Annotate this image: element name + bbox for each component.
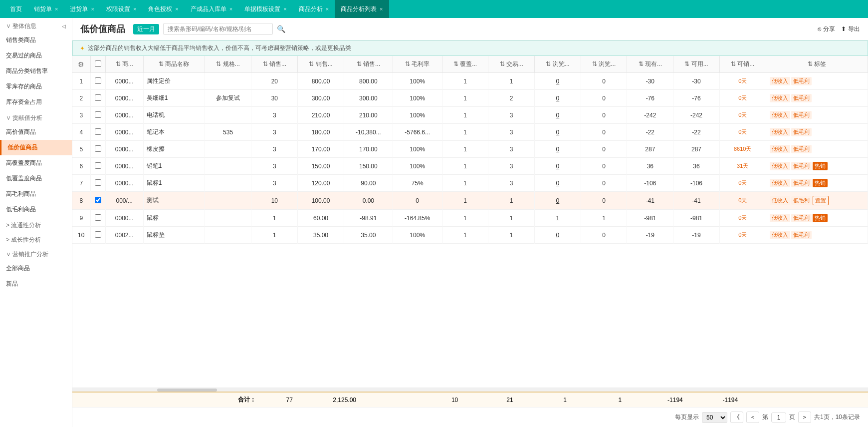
row-checkbox[interactable] [95, 197, 101, 203]
view1-link[interactable]: 0 [556, 146, 560, 153]
nav-close-icon[interactable]: × [55, 6, 58, 12]
col-coverage[interactable]: ⇅ 覆盖... [442, 56, 488, 73]
sidebar-item-high-margin[interactable]: 高毛利商品 [0, 186, 72, 202]
view1-cell[interactable]: 0 [535, 141, 581, 158]
nav-doc-template[interactable]: 单据模板设置 × [238, 0, 292, 18]
view1-cell[interactable]: 0 [535, 227, 581, 244]
col-id[interactable]: ⇅ 商... [105, 56, 143, 73]
nav-home[interactable]: 首页 [4, 0, 28, 18]
view1-link[interactable]: 1 [556, 215, 560, 222]
row-checkbox-cell[interactable] [90, 227, 105, 244]
col-sale-qty[interactable]: ⇅ 销售... [251, 56, 298, 73]
row-checkbox-cell[interactable] [90, 175, 105, 192]
col-sellable[interactable]: ⇅ 可销... [719, 56, 766, 73]
row-checkbox-cell[interactable] [90, 107, 105, 124]
row-checkbox[interactable] [95, 128, 101, 135]
view1-link[interactable]: 0 [556, 197, 560, 204]
view1-link[interactable]: 0 [556, 129, 560, 136]
page-size-select[interactable]: 50 100 [702, 412, 727, 423]
row-checkbox-cell[interactable] [90, 192, 105, 210]
sidebar-item-low-value[interactable]: 低价值商品 [0, 140, 72, 155]
search-icon[interactable]: 🔍 [277, 25, 285, 33]
view1-cell[interactable]: 0 [535, 73, 581, 90]
sidebar-item-traded-goods[interactable]: 交易过的商品 [0, 48, 72, 63]
sidebar-item-category-rate[interactable]: 商品分类销售率 [0, 63, 72, 79]
col-tags[interactable]: ⇅ 标签 [766, 56, 868, 73]
share-button[interactable]: ⎋ 分享 [818, 25, 835, 33]
sidebar-section-liquidity[interactable]: > 流通性分析 [0, 217, 72, 232]
row-checkbox-cell[interactable] [90, 73, 105, 90]
view1-cell[interactable]: 0 [535, 124, 581, 141]
view1-cell[interactable]: 1 [535, 210, 581, 227]
nav-close-icon[interactable]: × [283, 6, 286, 12]
nav-close-icon[interactable]: × [326, 6, 329, 12]
row-checkbox-cell[interactable] [90, 210, 105, 227]
col-view2[interactable]: ⇅ 浏览... [581, 56, 627, 73]
nav-close-icon[interactable]: × [229, 6, 232, 12]
sidebar-section-contribution[interactable]: ∨ 贡献值分析 [0, 110, 72, 124]
search-input[interactable] [163, 23, 273, 35]
nav-close-icon[interactable]: × [175, 6, 178, 12]
view1-cell[interactable]: 0 [535, 175, 581, 192]
row-checkbox[interactable] [95, 231, 101, 238]
sidebar-item-high-coverage[interactable]: 高覆盖度商品 [0, 155, 72, 171]
nav-close-icon[interactable]: × [91, 6, 94, 12]
col-stock1[interactable]: ⇅ 现有... [627, 56, 673, 73]
sidebar-item-low-margin[interactable]: 低毛利商品 [0, 202, 72, 217]
select-all-checkbox[interactable] [95, 60, 101, 67]
nav-permissions[interactable]: 权限设置 × [100, 0, 142, 18]
nav-sales-order[interactable]: 销货单 × [28, 0, 64, 18]
col-gear[interactable]: ⚙ [72, 56, 90, 73]
nav-purchase[interactable]: 进货单 × [64, 0, 100, 18]
row-checkbox[interactable] [95, 179, 101, 186]
row-checkbox-cell[interactable] [90, 158, 105, 175]
nav-close-icon[interactable]: × [380, 6, 383, 12]
row-checkbox[interactable] [95, 77, 101, 84]
sidebar-section-overall[interactable]: ∨ 整体信息 ◁ [0, 18, 72, 32]
nav-close-icon[interactable]: × [133, 6, 136, 12]
view1-cell[interactable]: 0 [535, 90, 581, 107]
view1-cell[interactable]: 0 [535, 107, 581, 124]
nav-analysis-list[interactable]: 商品分析列表 × [335, 0, 389, 18]
page-number-input[interactable] [771, 413, 786, 423]
view1-link[interactable]: 0 [556, 95, 560, 102]
sidebar-item-high-value[interactable]: 高价值商品 [0, 124, 72, 140]
col-margin[interactable]: ⇅ 毛利率 [393, 56, 442, 73]
row-checkbox[interactable] [95, 162, 101, 169]
col-stock2[interactable]: ⇅ 可用... [673, 56, 720, 73]
first-page-btn[interactable]: 《 [730, 412, 743, 423]
col-sale-amt[interactable]: ⇅ 销售... [298, 56, 344, 73]
sidebar-item-stock-capital[interactable]: 库存资金占用 [0, 94, 72, 110]
view1-link[interactable]: 0 [556, 180, 560, 187]
view1-link[interactable]: 0 [556, 112, 560, 119]
row-checkbox[interactable] [95, 94, 101, 101]
view1-link[interactable]: 0 [556, 232, 560, 239]
view1-cell[interactable]: 0 [535, 192, 581, 210]
next-page-btn[interactable]: ＞ [798, 412, 811, 423]
sidebar-section-growth[interactable]: > 成长性分析 [0, 232, 72, 246]
col-name[interactable]: ⇅ 商品名称 [143, 56, 205, 73]
col-view1[interactable]: ⇅ 浏览... [535, 56, 581, 73]
nav-role-auth[interactable]: 角色授权 × [142, 0, 184, 18]
sidebar-section-marketing[interactable]: ∨ 营销推广分析 [0, 246, 72, 261]
view1-link[interactable]: 0 [556, 163, 560, 170]
row-checkbox-cell[interactable] [90, 124, 105, 141]
export-button[interactable]: ⬆ 导出 [841, 25, 860, 33]
row-checkbox[interactable] [95, 145, 101, 152]
sidebar-item-sales-goods[interactable]: 销售类商品 [0, 32, 72, 48]
row-checkbox-cell[interactable] [90, 90, 105, 107]
sidebar-item-new-goods[interactable]: 新品 [0, 276, 72, 292]
sidebar-item-zero-stock[interactable]: 零库存的商品 [0, 79, 72, 94]
col-spec[interactable]: ⇅ 规格... [205, 56, 251, 73]
row-checkbox[interactable] [95, 214, 101, 221]
sidebar-item-all-goods[interactable]: 全部商品 [0, 261, 72, 276]
filter-tag-button[interactable]: 近一月 [133, 24, 159, 34]
col-trade[interactable]: ⇅ 交易... [488, 56, 535, 73]
nav-product-inbound[interactable]: 产成品入库单 × [185, 0, 238, 18]
view1-cell[interactable]: 0 [535, 158, 581, 175]
nav-product-analysis[interactable]: 商品分析 × [293, 0, 335, 18]
sidebar-item-low-coverage[interactable]: 低覆盖度商品 [0, 171, 72, 186]
prev-page-btn[interactable]: ＜ [746, 412, 759, 423]
col-sale-ret[interactable]: ⇅ 销售... [344, 56, 393, 73]
view1-link[interactable]: 0 [556, 78, 560, 85]
